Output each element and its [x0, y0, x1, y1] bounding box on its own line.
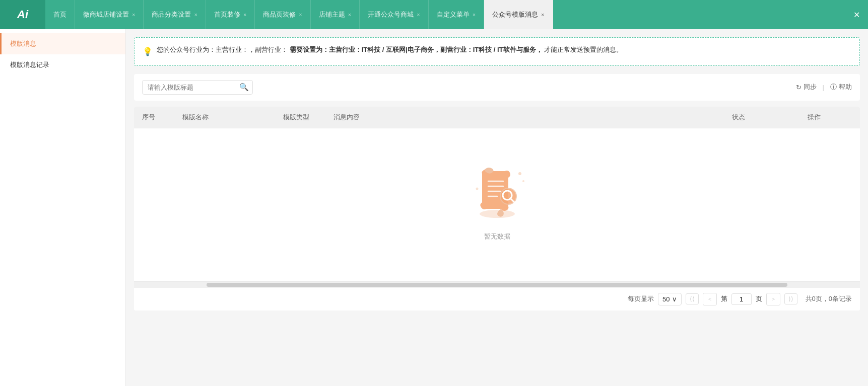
page-size-dropdown-icon: ∨: [672, 295, 677, 303]
svg-point-8: [518, 172, 521, 175]
nav-tab-product-decor[interactable]: 商品页装修 ×: [255, 0, 310, 29]
scrollbar-track[interactable]: [134, 281, 860, 287]
nav-tab-product-category-label: 商品分类设置: [152, 10, 191, 19]
next-page-button[interactable]: ＞: [766, 293, 780, 305]
sidebar: 模版消息 模版消息记录: [0, 29, 126, 386]
help-icon: ⓘ: [830, 83, 837, 92]
nav-tab-shop-theme[interactable]: 店铺主题 ×: [311, 0, 360, 29]
nav-tab-home-decor[interactable]: 首页装修 ×: [206, 0, 255, 29]
th-type: 模版类型: [275, 107, 325, 128]
svg-point-0: [480, 210, 515, 218]
page-total: 共0页，0条记录: [806, 294, 852, 303]
search-input[interactable]: [142, 80, 253, 95]
empty-state: 暂无数据: [134, 128, 860, 281]
page-label-pre: 第: [721, 294, 727, 303]
nav-tab-product-category-close[interactable]: ×: [194, 12, 197, 18]
nav-tab-template-msg[interactable]: 公众号模版消息 ×: [484, 0, 553, 29]
search-right: ↻ 同步 | ⓘ 帮助: [796, 83, 852, 92]
sidebar-item-template-record[interactable]: 模版消息记录: [0, 54, 125, 75]
search-input-wrap: 🔍: [142, 80, 253, 95]
app-logo: Ai: [0, 0, 45, 29]
nav-tab-home-decor-close[interactable]: ×: [243, 12, 246, 18]
prev-page-button[interactable]: ＜: [703, 293, 717, 305]
th-name: 模版名称: [174, 107, 275, 128]
notice-text: 您的公众号行业为：主营行业：，副营行业： 需要设置为：主营行业：IT科技 / 互…: [157, 45, 623, 55]
table-container: 序号 模版名称 模版类型 消息内容 状态 操作: [134, 107, 860, 311]
nav-tab-shop-theme-close[interactable]: ×: [348, 12, 351, 18]
nav-tab-product-decor-close[interactable]: ×: [299, 12, 302, 18]
th-seq: 序号: [134, 107, 174, 128]
page-size-value: 50: [662, 295, 670, 303]
page-input[interactable]: [731, 293, 752, 305]
last-page-button[interactable]: ⟩⟩: [784, 293, 797, 304]
th-action: 操作: [799, 107, 860, 128]
nav-tab-template-msg-close[interactable]: ×: [541, 12, 544, 18]
sync-icon: ↻: [796, 84, 802, 91]
nav-tab-shop-theme-label: 店铺主题: [319, 10, 345, 19]
nav-tab-open-mall[interactable]: 开通公众号商城 ×: [360, 0, 428, 29]
content-area: 💡 您的公众号行业为：主营行业：，副营行业： 需要设置为：主营行业：IT科技 /…: [126, 29, 868, 386]
sidebar-item-template-record-label: 模版消息记录: [10, 61, 49, 68]
search-bar: 🔍 ↻ 同步 | ⓘ 帮助: [134, 74, 860, 101]
page-size-label: 每页显示: [628, 294, 654, 303]
pagination-bar: 每页显示 50 ∨ ⟨⟨ ＜ 第 页 ＞ ⟩⟩ 共0页，0条记录: [134, 287, 860, 311]
global-close-button[interactable]: ✕: [845, 0, 868, 29]
nav-tab-template-msg-label: 公众号模版消息: [492, 10, 538, 19]
nav-tab-product-category[interactable]: 商品分类设置 ×: [144, 0, 206, 29]
nav-tab-custom-menu[interactable]: 自定义菜单 ×: [429, 0, 484, 29]
nav-tab-home-decor-label: 首页装修: [214, 10, 240, 19]
empty-text: 暂无数据: [484, 232, 510, 241]
main-layout: 模版消息 模版消息记录 💡 您的公众号行业为：主营行业：，副营行业： 需要设置为…: [0, 29, 868, 386]
search-icon[interactable]: 🔍: [239, 83, 249, 92]
svg-point-10: [476, 187, 478, 190]
notice-box: 💡 您的公众号行业为：主营行业：，副营行业： 需要设置为：主营行业：IT科技 /…: [134, 37, 860, 66]
nav-tab-custom-menu-label: 自定义菜单: [437, 10, 470, 19]
page-size-select[interactable]: 50 ∨: [658, 293, 681, 305]
nav-tab-home-label: 首页: [53, 10, 66, 19]
sync-label: 同步: [804, 83, 817, 92]
svg-point-9: [522, 180, 524, 182]
nav-tab-open-mall-close[interactable]: ×: [417, 12, 420, 18]
notice-suffix: 才能正常发送预置的消息。: [544, 46, 623, 53]
search-left: 🔍: [142, 80, 253, 95]
help-label: 帮助: [839, 83, 852, 92]
help-button[interactable]: ⓘ 帮助: [830, 83, 852, 92]
first-page-button[interactable]: ⟨⟨: [686, 293, 699, 304]
nav-tab-wshop-label: 微商城店铺设置: [83, 10, 129, 19]
sidebar-item-template-msg-label: 模版消息: [10, 40, 36, 47]
notice-prefix: 您的公众号行业为：主营行业：，副营行业：: [157, 46, 288, 53]
nav-tab-wshop-close[interactable]: ×: [132, 12, 135, 18]
notice-highlight: 需要设置为：主营行业：IT科技 / 互联网|电子商务，副营行业：IT科技 / I…: [290, 46, 543, 53]
page-label-suf: 页: [756, 294, 762, 303]
nav-tab-home[interactable]: 首页: [45, 0, 75, 29]
notice-icon: 💡: [143, 45, 153, 58]
sidebar-item-template-msg[interactable]: 模版消息: [0, 33, 125, 54]
empty-illustration: [467, 159, 527, 224]
sync-button[interactable]: ↻ 同步: [796, 83, 817, 92]
nav-tab-open-mall-label: 开通公众号商城: [368, 10, 414, 19]
nav-tab-product-decor-label: 商品页装修: [263, 10, 296, 19]
top-navigation: Ai 首页 微商城店铺设置 × 商品分类设置 × 首页装修 × 商品页装修 × …: [0, 0, 868, 29]
th-status: 状态: [724, 107, 799, 128]
scrollbar-thumb[interactable]: [207, 283, 787, 287]
nav-tab-wshop-settings[interactable]: 微商城店铺设置 ×: [75, 0, 144, 29]
table-header: 序号 模版名称 模版类型 消息内容 状态 操作: [134, 107, 860, 128]
divider: |: [823, 84, 824, 91]
th-content: 消息内容: [325, 107, 724, 128]
nav-tab-custom-menu-close[interactable]: ×: [473, 12, 476, 18]
